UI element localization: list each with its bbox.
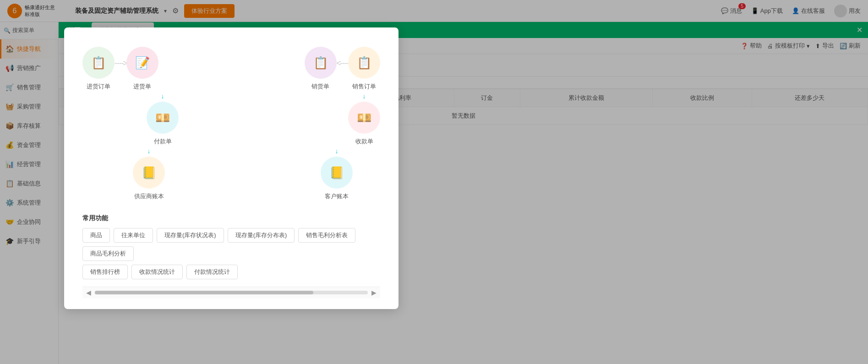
func-btn-sales-ranking[interactable]: 销售排行榜 xyxy=(82,265,128,279)
flow-diagram: 📋 进货订单 - - - -> 📝 进货单 📋 销货单 xyxy=(82,42,380,205)
sales-order-node[interactable]: 📋 销售订单 xyxy=(348,47,380,91)
scroll-thumb xyxy=(95,291,313,294)
sales-bill-icon: 📋 xyxy=(305,47,337,79)
sales-bill-node[interactable]: 📋 销货单 xyxy=(305,47,337,91)
payment-bill-icon: 💴 xyxy=(147,102,179,134)
func-btn-sales-gross-analysis[interactable]: 销售毛利分析表 xyxy=(298,228,355,243)
modal-scrollbar: ◀ ▶ xyxy=(82,287,380,298)
func-btn-payment-stats[interactable]: 付款情况统计 xyxy=(186,265,238,279)
supplier-ledger-icon: 📒 xyxy=(133,157,165,189)
quick-nav-modal: 📋 进货订单 - - - -> 📝 进货单 📋 销货单 xyxy=(64,27,399,309)
purchase-order-icon: 📋 xyxy=(82,47,115,79)
supplier-ledger-node[interactable]: ↓ 📒 供应商账本 xyxy=(133,147,165,201)
func-btn-receipt-stats[interactable]: 收款情况统计 xyxy=(131,265,183,279)
scroll-right-arrow[interactable]: ▶ xyxy=(371,289,377,296)
func-btn-product[interactable]: 商品 xyxy=(82,228,110,243)
purchase-bill-icon: 📝 xyxy=(126,47,158,79)
common-functions-section: 常用功能 商品 往来单位 现存量(库存状况表) 现存量(库存分布表) 销售毛利分… xyxy=(82,214,380,279)
function-buttons-row2: 销售排行榜 收款情况统计 付款情况统计 xyxy=(82,265,380,279)
func-btn-partners[interactable]: 往来单位 xyxy=(114,228,153,243)
receipt-bill-icon: 💴 xyxy=(348,102,380,134)
scroll-track[interactable] xyxy=(95,291,368,294)
func-btn-stock-dist[interactable]: 现存量(库存分布表) xyxy=(228,228,295,243)
purchase-bill-node[interactable]: 📝 进货单 xyxy=(126,47,158,91)
func-btn-product-gross-analysis[interactable]: 商品毛利分析 xyxy=(82,246,134,261)
function-buttons-row1: 商品 往来单位 现存量(库存状况表) 现存量(库存分布表) 销售毛利分析表 商品… xyxy=(82,228,380,261)
purchase-order-node[interactable]: 📋 进货订单 xyxy=(82,47,115,91)
customer-ledger-icon: 📒 xyxy=(321,157,353,189)
common-functions-title: 常用功能 xyxy=(82,214,380,223)
scroll-left-arrow[interactable]: ◀ xyxy=(86,289,91,296)
func-btn-stock-status[interactable]: 现存量(库存状况表) xyxy=(157,228,224,243)
receipt-bill-node[interactable]: ↓ 💴 收款单 xyxy=(348,92,380,146)
customer-ledger-node[interactable]: ↓ 📒 客户账本 xyxy=(321,147,353,201)
sales-order-icon: 📋 xyxy=(348,47,380,79)
payment-bill-node[interactable]: ↓ 💴 付款单 xyxy=(147,92,179,146)
